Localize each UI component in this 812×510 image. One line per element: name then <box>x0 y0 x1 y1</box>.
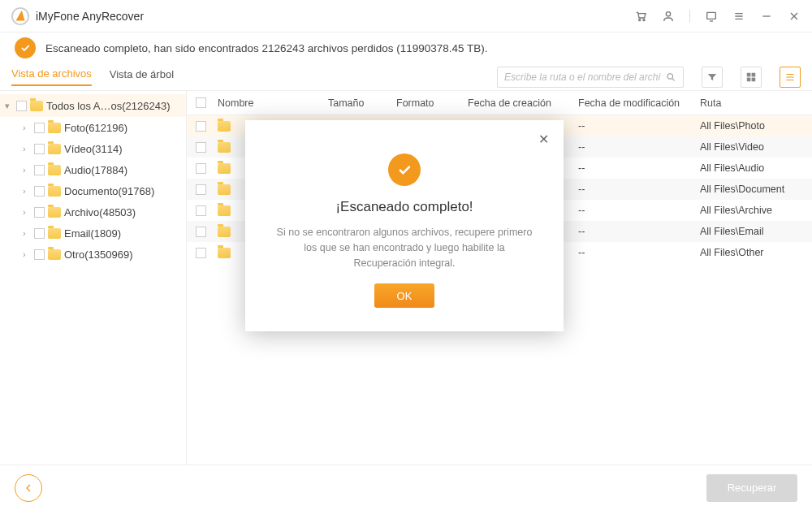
cell-modified: -- <box>578 120 700 132</box>
checkbox[interactable] <box>34 249 45 260</box>
filter-button[interactable] <box>702 67 723 88</box>
user-icon[interactable] <box>662 10 675 23</box>
chevron-right-icon[interactable]: › <box>23 207 31 217</box>
sidebar-item[interactable]: ›Vídeo(3114) <box>0 138 186 159</box>
checkbox[interactable] <box>34 165 45 175</box>
tab-file-view[interactable]: Vista de archivos <box>11 67 92 86</box>
tree-root-label: Todos los A…os(2126243) <box>46 100 170 112</box>
row-checkbox[interactable] <box>196 184 206 195</box>
separator <box>689 10 690 23</box>
folder-icon <box>218 227 231 237</box>
sidebar-item[interactable]: ›Foto(612196) <box>0 117 186 138</box>
row-checkbox[interactable] <box>196 121 206 132</box>
tab-tree-view[interactable]: Vista de árbol <box>110 68 174 85</box>
cell-modified: -- <box>578 184 700 195</box>
sidebar-item[interactable]: ›Email(1809) <box>0 223 186 244</box>
sidebar-item-label: Otro(1350969) <box>64 249 133 261</box>
cell-path: All Files\Other <box>700 247 812 258</box>
app-logo-icon <box>11 7 29 25</box>
modal-close-button[interactable]: ✕ <box>538 132 549 147</box>
chevron-right-icon[interactable]: › <box>23 186 31 196</box>
folder-icon <box>48 207 61 218</box>
row-checkbox[interactable] <box>196 142 206 153</box>
cell-path: All Files\Photo <box>700 120 812 132</box>
row-checkbox[interactable] <box>196 163 206 174</box>
col-created[interactable]: Fecha de creación <box>468 97 578 109</box>
checkbox[interactable] <box>16 101 27 111</box>
chevron-right-icon[interactable]: › <box>23 228 31 238</box>
app-window: iMyFone AnyRecover Escaneado completo, h… <box>0 0 812 510</box>
checkbox[interactable] <box>34 123 45 133</box>
modal-title: ¡Escaneado completo! <box>335 199 473 215</box>
folder-icon <box>48 249 61 260</box>
cart-icon[interactable] <box>634 10 647 23</box>
modal-check-icon <box>388 153 421 186</box>
chevron-right-icon[interactable]: › <box>23 144 31 153</box>
select-all-checkbox[interactable] <box>196 97 206 108</box>
row-checkbox[interactable] <box>196 205 206 216</box>
scan-complete-modal: ✕ ¡Escaneado completo! Si no se encontra… <box>245 120 564 331</box>
close-icon[interactable] <box>788 10 801 23</box>
col-size[interactable]: Tamaño <box>328 97 396 109</box>
checkbox[interactable] <box>34 207 45 218</box>
checkbox[interactable] <box>34 228 45 239</box>
list-view-button[interactable] <box>780 67 801 88</box>
grid-view-button[interactable] <box>741 67 762 88</box>
svg-rect-8 <box>747 77 751 81</box>
tabs-row: Vista de archivos Vista de árbol <box>0 63 812 91</box>
chevron-right-icon[interactable]: › <box>23 249 31 259</box>
checkbox[interactable] <box>34 186 45 197</box>
cell-modified: -- <box>578 247 700 258</box>
col-format[interactable]: Formato <box>396 97 468 109</box>
modal-ok-button[interactable]: OK <box>374 283 434 308</box>
col-name[interactable]: Nombre <box>214 97 328 109</box>
checkbox[interactable] <box>34 144 45 154</box>
folder-icon <box>218 248 231 258</box>
tree-root[interactable]: ▾ Todos los A…os(2126243) <box>0 94 186 117</box>
row-checkbox[interactable] <box>196 227 206 237</box>
folder-icon <box>218 184 231 195</box>
folder-icon <box>30 101 43 111</box>
chevron-down-icon[interactable]: ▾ <box>5 101 13 111</box>
search-input[interactable] <box>504 71 661 83</box>
sidebar-item-label: Email(1809) <box>64 227 121 240</box>
search-icon[interactable] <box>666 71 676 83</box>
chevron-right-icon[interactable]: › <box>23 165 31 175</box>
folder-icon <box>218 121 231 132</box>
menu-icon[interactable] <box>732 10 745 23</box>
status-bar: Escaneado completo, han sido encontrados… <box>0 32 812 63</box>
modal-text: Si no se encontraron algunos archivos, r… <box>260 225 549 270</box>
feedback-icon[interactable] <box>705 10 718 23</box>
sidebar-item-label: Vídeo(3114) <box>64 143 123 155</box>
svg-rect-4 <box>707 12 716 19</box>
svg-rect-6 <box>747 72 751 76</box>
sidebar-item[interactable]: ›Audio(17884) <box>0 159 186 180</box>
folder-icon <box>48 228 61 239</box>
sidebar-item-label: Documento(91768) <box>64 185 154 197</box>
cell-path: All Files\Email <box>700 226 812 237</box>
search-box[interactable] <box>497 67 684 88</box>
status-text: Escaneado completo, han sido encontrados… <box>45 42 488 54</box>
chevron-right-icon[interactable]: › <box>23 123 31 132</box>
cell-modified: -- <box>578 141 700 153</box>
col-modified[interactable]: Fecha de modificación <box>578 97 700 109</box>
folder-icon <box>218 163 231 174</box>
svg-point-5 <box>667 73 672 78</box>
svg-point-1 <box>639 19 641 20</box>
col-path[interactable]: Ruta <box>700 97 812 109</box>
cell-modified: -- <box>578 162 700 174</box>
table-header: Nombre Tamaño Formato Fecha de creación … <box>187 91 812 115</box>
sidebar-item[interactable]: ›Documento(91768) <box>0 180 186 201</box>
app-title: iMyFone AnyRecover <box>36 10 634 23</box>
back-button[interactable] <box>15 474 42 502</box>
sidebar-item-label: Foto(612196) <box>64 122 127 134</box>
sidebar-item[interactable]: ›Otro(1350969) <box>0 244 186 265</box>
recover-button[interactable]: Recuperar <box>706 474 797 502</box>
svg-rect-7 <box>752 72 756 76</box>
sidebar-item-label: Archivo(48503) <box>64 206 136 218</box>
row-checkbox[interactable] <box>196 248 206 258</box>
titlebar: iMyFone AnyRecover <box>0 0 812 32</box>
cell-path: All Files\Video <box>700 141 812 153</box>
sidebar-item[interactable]: ›Archivo(48503) <box>0 201 186 223</box>
minimize-icon[interactable] <box>760 10 773 23</box>
